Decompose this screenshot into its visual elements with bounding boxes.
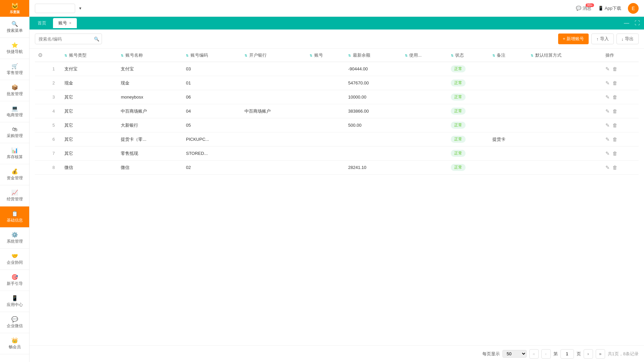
- sidebar-item-wholesale[interactable]: 📦 批发管理: [0, 80, 29, 101]
- sidebar-item-purchase[interactable]: 🛍 采购管理: [0, 122, 29, 143]
- row-name: 现金: [118, 76, 183, 90]
- basic-icon: 📋: [11, 210, 18, 217]
- row-usage: [402, 104, 448, 118]
- sidebar-item-guide[interactable]: 🎯 新手引导: [0, 270, 29, 291]
- col-usage[interactable]: ⇅ 使用...: [402, 49, 448, 62]
- search-icon[interactable]: 🔍: [94, 37, 99, 42]
- first-page-button[interactable]: «: [529, 349, 539, 359]
- edit-button[interactable]: ✎: [605, 94, 610, 100]
- edit-button[interactable]: ✎: [605, 80, 610, 86]
- col-default-settlement[interactable]: ⇅ 默认结算方式: [528, 49, 602, 62]
- last-page-button[interactable]: »: [596, 349, 605, 359]
- sidebar-item-app-center[interactable]: 📱 应用中心: [0, 291, 29, 312]
- delete-button[interactable]: 🗑: [612, 150, 618, 157]
- member-icon: 👑: [11, 337, 18, 344]
- table-row: 1 支付宝 支付宝 03 -90444.00 正常 ✎ 🗑: [35, 62, 639, 76]
- next-page-button[interactable]: ›: [584, 349, 593, 359]
- search-input[interactable]: [35, 34, 102, 44]
- tab-home[interactable]: 首页: [32, 18, 52, 28]
- tab-account[interactable]: 账号 ×: [53, 18, 77, 28]
- operations-icon: 📈: [11, 189, 18, 196]
- sidebar-item-system[interactable]: ⚙️ 系统管理: [0, 228, 29, 249]
- col-status[interactable]: ⇅ 状态: [448, 49, 490, 62]
- page-toolbar: 🔍 + 新增账号 ↑ 导入 ↓ 导出: [30, 29, 644, 49]
- sidebar-item-quick-nav[interactable]: ⭐ 快捷导航: [0, 38, 29, 59]
- page-label: 第: [553, 351, 558, 357]
- header-dropdown[interactable]: ▾: [79, 6, 82, 11]
- tab-close-icon[interactable]: ×: [69, 21, 71, 25]
- sidebar-item-label: 零售管理: [7, 70, 23, 76]
- row-account: [307, 118, 345, 132]
- edit-button[interactable]: ✎: [605, 150, 610, 157]
- header-search-input[interactable]: [35, 4, 75, 13]
- col-balance[interactable]: ⇅ 最新余额: [345, 49, 402, 62]
- col-name[interactable]: ⇅ 账号名称: [118, 49, 183, 62]
- page-input[interactable]: [560, 349, 574, 359]
- export-button[interactable]: ↓ 导出: [616, 34, 639, 44]
- sidebar-item-label: 电商管理: [7, 112, 23, 118]
- delete-button[interactable]: 🗑: [612, 66, 618, 72]
- edit-button[interactable]: ✎: [605, 108, 610, 114]
- sidebar-item-member[interactable]: 👑 畅会员: [0, 333, 29, 354]
- tab-maximize-button[interactable]: ⛶: [633, 19, 641, 27]
- prev-page-button[interactable]: ‹: [541, 349, 551, 359]
- row-code: 05: [183, 118, 242, 132]
- delete-button[interactable]: 🗑: [612, 94, 618, 100]
- sidebar-item-label: 应用中心: [7, 302, 23, 308]
- edit-button[interactable]: ✎: [605, 122, 610, 128]
- status-badge: 正常: [451, 136, 466, 143]
- sidebar-item-inventory[interactable]: 📊 库存核算: [0, 143, 29, 164]
- add-account-button[interactable]: + 新增账号: [558, 34, 589, 44]
- sidebar-item-label: 快捷导航: [7, 49, 23, 55]
- purchase-icon: 🛍: [12, 126, 17, 132]
- col-num: [46, 49, 62, 62]
- delete-button[interactable]: 🗑: [612, 122, 618, 128]
- page-content: 🔍 + 新增账号 ↑ 导入 ↓ 导出 ⚙: [30, 29, 644, 362]
- column-settings-icon[interactable]: ⚙: [38, 52, 43, 58]
- sidebar-item-basic[interactable]: 📋 基础信息: [0, 206, 29, 228]
- col-bank[interactable]: ⇅ 开户银行: [242, 49, 307, 62]
- row-usage: [402, 118, 448, 132]
- row-account: [307, 104, 345, 118]
- row-bank: [242, 76, 307, 90]
- avatar[interactable]: E: [628, 3, 639, 14]
- app-logo: 🐱 乐意版: [0, 0, 29, 17]
- row-remark: [490, 161, 528, 175]
- row-balance: 500.00: [345, 118, 402, 132]
- col-account-label: 账号: [314, 53, 323, 58]
- sidebar-item-ecommerce[interactable]: 💻 电商管理: [0, 101, 29, 122]
- status-badge: 正常: [451, 164, 466, 171]
- sidebar-item-label: 系统管理: [7, 239, 23, 244]
- sidebar-item-operations[interactable]: 📈 经营管理: [0, 185, 29, 206]
- edit-button[interactable]: ✎: [605, 66, 610, 72]
- sidebar-item-enterprise[interactable]: 🤝 企业协同: [0, 249, 29, 270]
- col-code[interactable]: ⇅ 账号编码: [183, 49, 242, 62]
- sidebar-item-wechat[interactable]: 💬 企业微信: [0, 312, 29, 333]
- col-remark[interactable]: ⇅ 备注: [490, 49, 528, 62]
- table-row: 4 其它 中百商场账户 04 中百商场账户 383866.00 正常 ✎ 🗑: [35, 104, 639, 118]
- delete-button[interactable]: 🗑: [612, 165, 618, 171]
- sidebar-item-search-menu[interactable]: 🔍 搜索菜单: [0, 17, 29, 38]
- app-download-button[interactable]: 📱 App下载: [598, 5, 621, 11]
- row-balance: -90444.00: [345, 62, 402, 76]
- col-account[interactable]: ⇅ 账号: [307, 49, 345, 62]
- sidebar-item-retail[interactable]: 🛒 零售管理: [0, 59, 29, 80]
- row-account: [307, 146, 345, 161]
- import-button[interactable]: ↑ 导入: [591, 34, 614, 44]
- col-usage-label: 使用...: [409, 53, 422, 58]
- message-button[interactable]: 💬 消息 99+: [576, 5, 591, 11]
- sort-icon: ⇅: [405, 54, 408, 57]
- sidebar-nav: 🔍 搜索菜单 ⭐ 快捷导航 🛒 零售管理 📦 批发管理 💻 电商管理 🛍 采购管…: [0, 17, 29, 362]
- delete-button[interactable]: 🗑: [612, 80, 618, 86]
- page-size-select[interactable]: 50 20 100: [502, 350, 527, 358]
- sidebar-item-finance[interactable]: 💰 资金管理: [0, 164, 29, 185]
- edit-button[interactable]: ✎: [605, 165, 610, 171]
- delete-button[interactable]: 🗑: [612, 108, 618, 114]
- edit-button[interactable]: ✎: [605, 136, 610, 142]
- row-status: 正常: [448, 104, 490, 118]
- delete-button[interactable]: 🗑: [612, 136, 618, 142]
- row-type: 其它: [62, 146, 118, 161]
- col-type[interactable]: ⇅ 账号类型: [62, 49, 118, 62]
- tab-minimize-button[interactable]: —: [623, 19, 631, 27]
- row-name: 中百商场账户: [118, 104, 183, 118]
